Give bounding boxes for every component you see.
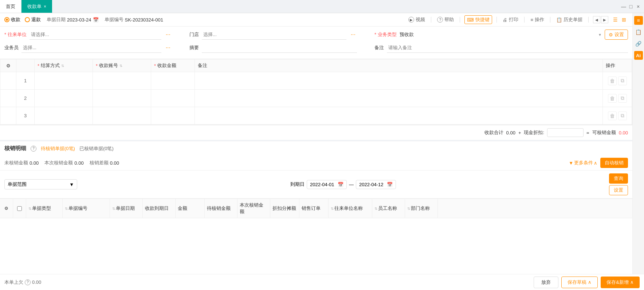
query-button[interactable]: 查询 <box>609 173 628 184</box>
uncancelled-value: 0.00 <box>30 160 39 166</box>
btcol-duedate-label: 收款到期日 <box>145 205 169 212</box>
summary-input[interactable] <box>202 43 357 53</box>
receive-radio[interactable]: 收款 <box>4 16 20 23</box>
help-button[interactable]: ? 帮助 <box>436 16 455 24</box>
sidebar-icon-3[interactable]: 🔗 <box>634 39 643 48</box>
row3-copy-icon[interactable]: ⧉ <box>618 111 627 120</box>
shortcut-button[interactable]: ⌨ 快捷键 <box>464 15 492 24</box>
date-sort-icon[interactable]: ⇅ <box>112 207 115 211</box>
type-sort-icon[interactable]: ⇅ <box>28 207 31 211</box>
tab-home[interactable]: 首页 <box>0 0 21 13</box>
btcol-gear[interactable]: ⚙ <box>0 199 13 218</box>
select-all-checkbox[interactable] <box>17 206 22 211</box>
save-new-button[interactable]: 保存&新增 ∧ <box>601 277 640 288</box>
more-conditions-btn[interactable]: ▼ 更多条件 ∧ <box>569 160 597 166</box>
video-button[interactable]: ▶ 视频 <box>407 16 427 24</box>
shortcut-icon: ⌨ <box>467 17 474 23</box>
prev-button[interactable]: ◀ <box>593 16 600 23</box>
partner-input[interactable] <box>30 30 161 40</box>
discount-input[interactable] <box>547 128 584 137</box>
done-tab[interactable]: 已核销单据(0笔) <box>79 145 114 152</box>
row3-settlement[interactable] <box>35 107 93 124</box>
btcol-order: 销售订单 <box>299 199 329 218</box>
top-toolbar: 收款 退款 单据日期 2023-03-24 📅 单据编号 SK-20230324… <box>0 13 632 27</box>
settings-button[interactable]: ⚙ 设置 <box>605 30 628 40</box>
page-footer: 本单上欠 ? 0.00 放弃 保存草稿 ∧ 保存&新增 ∧ <box>0 274 644 290</box>
tab-close-icon[interactable]: × <box>44 4 46 9</box>
history-button[interactable]: 📋 历史单据 <box>555 16 584 24</box>
sidebar-icon-1[interactable]: ≡ <box>634 16 643 25</box>
calendar-icon[interactable]: 📅 <box>93 17 99 23</box>
available-label: 可核销金额 <box>592 129 616 136</box>
row3-ops: 🗑 ⧉ <box>603 107 632 124</box>
footer-info-icon[interactable]: ? <box>25 279 31 285</box>
ai-badge[interactable]: Ai <box>634 51 643 60</box>
store-input[interactable] <box>202 30 346 40</box>
due-start-cal-icon: 📅 <box>338 182 343 187</box>
receive-refund-group: 收款 退款 <box>4 16 41 23</box>
next-button[interactable]: ▶ <box>601 16 608 23</box>
close-button[interactable]: × <box>635 4 641 9</box>
tab-receipt[interactable]: 收款单 × <box>21 0 52 13</box>
settlement-sort-icon[interactable]: ⇅ <box>61 64 64 68</box>
due-end-input[interactable]: 2022-04-12 📅 <box>356 180 396 189</box>
btcol-check[interactable] <box>13 199 26 218</box>
row2-delete-icon[interactable]: 🗑 <box>608 94 617 103</box>
row2-remark[interactable] <box>195 90 603 107</box>
abandon-button[interactable]: 放弃 <box>534 277 558 288</box>
biz-type-chevron-icon[interactable]: ▼ <box>598 33 602 37</box>
list-view-button[interactable]: ☰ <box>611 16 619 24</box>
row2-settlement[interactable] <box>35 90 93 107</box>
btcol-staff-label: 员工名称 <box>378 205 397 212</box>
action-button[interactable]: ≡ 操作 <box>529 16 546 24</box>
row1-remark[interactable] <box>195 72 603 89</box>
pending-tab[interactable]: 待核销单据(0笔) <box>41 145 75 152</box>
staff-section: 业务员 ··· <box>4 43 172 53</box>
maximize-button[interactable]: □ <box>628 4 634 9</box>
range-select[interactable]: 单据范围 ▼ <box>4 179 77 189</box>
this-label: 本单上欠 <box>4 279 23 286</box>
row3-account[interactable] <box>93 107 151 124</box>
filter-bar-1: 未核销金额 0.00 本次核销金额 0.00 核销差额 0.00 ▼ 更多条件 … <box>0 156 632 171</box>
btcol-bill-label: 单据编号 <box>68 205 87 212</box>
set-button[interactable]: 设置 <box>609 185 628 195</box>
staff-input[interactable] <box>21 43 161 53</box>
date-field: 单据日期 2023-03-24 📅 <box>47 16 99 23</box>
row1-account[interactable] <box>93 72 151 89</box>
row2-copy-icon[interactable]: ⧉ <box>618 94 627 103</box>
auto-cancel-button[interactable]: 自动核销 <box>600 158 628 168</box>
print-button[interactable]: 🖨 打印 <box>501 16 520 24</box>
store-more-icon[interactable]: ··· <box>349 31 357 38</box>
row3-delete-icon[interactable]: 🗑 <box>608 111 617 120</box>
row1-settlement[interactable] <box>35 72 93 89</box>
verification-info-icon[interactable]: ? <box>31 146 36 152</box>
sidebar-icon-2[interactable]: 📋 <box>634 28 643 36</box>
col-gear[interactable]: ⚙ <box>0 59 16 72</box>
date-label: 单据日期 <box>47 16 66 23</box>
minimize-button[interactable]: — <box>621 4 627 9</box>
row3-amount[interactable] <box>151 107 195 124</box>
row1-copy-icon[interactable]: ⧉ <box>618 77 627 85</box>
due-start-input[interactable]: 2022-04-01 📅 <box>307 180 347 189</box>
row1-delete-icon[interactable]: 🗑 <box>608 77 617 85</box>
row2-account[interactable] <box>93 90 151 107</box>
staff-sort-icon[interactable]: ⇅ <box>374 207 377 211</box>
staff-more-icon[interactable]: ··· <box>164 44 172 51</box>
grid-view-button[interactable]: ⊞ <box>620 16 628 24</box>
row3-remark[interactable] <box>195 107 603 124</box>
row2-amount[interactable] <box>151 90 195 107</box>
refund-radio[interactable]: 退款 <box>25 16 41 23</box>
nav-arrows: ◀ ▶ <box>593 16 608 23</box>
date-range-dash: — <box>349 182 354 187</box>
save-draft-button[interactable]: 保存草稿 ∧ <box>561 277 598 288</box>
account-sort-icon[interactable]: ⇅ <box>119 64 122 68</box>
range-chevron-icon: ▼ <box>69 182 74 187</box>
row1-amount[interactable] <box>151 72 195 89</box>
uncancelled-label: 未核销金额 <box>4 160 28 166</box>
dept-sort-icon[interactable]: ⇅ <box>407 207 410 211</box>
bill-sort-icon[interactable]: ⇅ <box>65 207 68 211</box>
partner-more-icon[interactable]: ··· <box>164 31 172 38</box>
partner-sort-icon[interactable]: ⇅ <box>331 207 334 211</box>
remark-input[interactable] <box>387 43 628 53</box>
btcol-this-label: 本次核销金额 <box>240 202 268 215</box>
